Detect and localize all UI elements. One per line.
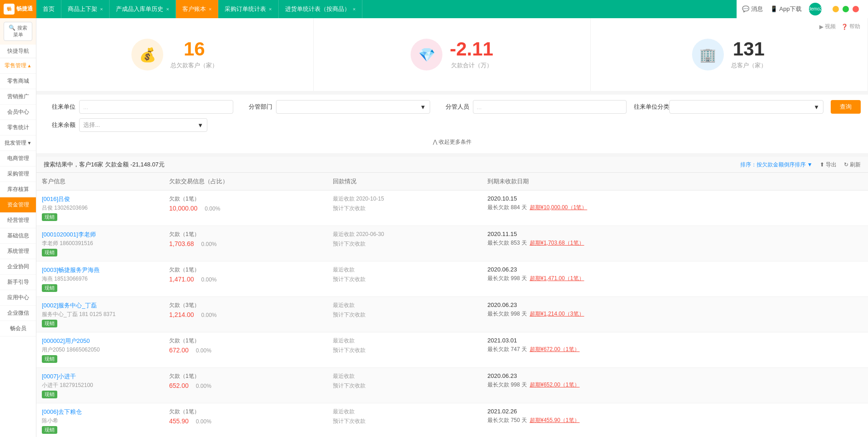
tab-purchase-stats[interactable]: 采购订单统计表 × (218, 0, 278, 18)
debt-amount[interactable]: 1,214.00 (169, 311, 194, 318)
overdue-amount-link[interactable]: 超期¥455.90（1笔） (530, 417, 580, 424)
sidebar-item-members[interactable]: 会员中心 (0, 105, 36, 120)
debt-pct: 0.00% (201, 276, 217, 283)
sidebar-item-enterprise[interactable]: 企业协同 (0, 259, 36, 275)
view-video-btn[interactable]: ▶ 视频 (819, 23, 836, 30)
close-tab-customer[interactable]: × (209, 6, 211, 12)
overdue-amount-link[interactable]: 超期¥672.00（1笔） (530, 346, 580, 353)
debt-count: 欠款（1笔） (169, 266, 322, 274)
refresh-btn[interactable]: ↻ 刷新 (844, 161, 861, 169)
customer-contact: 海燕 18513066976 (42, 275, 158, 283)
sort-chevron-icon: ▼ (807, 161, 813, 168)
debt-amount-value: -2.11 (450, 40, 493, 59)
next-collection: 预计下次收款 (333, 382, 477, 390)
window-min-btn[interactable] (833, 6, 839, 12)
tab-customer-account[interactable]: 客户账本 × (176, 0, 218, 18)
search-button[interactable]: 查询 (831, 100, 861, 114)
help-btn[interactable]: ❓ 帮助 (841, 23, 860, 30)
customer-id[interactable]: [0003]畅捷服务尹海燕 (42, 266, 158, 274)
debt-pct: 0.00% (201, 241, 217, 247)
results-summary: 搜索结果中，客户16家 欠款金额 -21,148.07元 (44, 161, 165, 169)
debt-amount[interactable]: 1,471.00 (169, 276, 194, 283)
overdue-amount-link[interactable]: 超期¥1,471.00（1笔） (530, 275, 584, 282)
debt-amount[interactable]: 652.00 (169, 382, 189, 389)
debt-amount[interactable]: 10,000.00 (169, 205, 197, 212)
sidebar-item-retail-mgmt[interactable]: 零售管理 ▲ (0, 58, 36, 74)
debt-pct: 0.00% (205, 206, 220, 212)
customer-badge: 现销 (42, 213, 57, 221)
chevron-down-icon: ▲ (27, 63, 32, 68)
overdue-days: 最长欠款 747 天 (487, 346, 527, 353)
sidebar-item-beginner[interactable]: 新手引导 (0, 275, 36, 290)
person-input[interactable]: ... (473, 100, 627, 114)
overdue-days: 最长欠款 998 天 (487, 275, 527, 282)
debt-amount[interactable]: 455.90 (169, 417, 189, 425)
sort-selector[interactable]: 排序：按欠款金额倒序排序 ▼ (740, 161, 813, 169)
overdue-amount-link[interactable]: 超期¥1,703.68（1笔） (530, 239, 584, 247)
customer-badge: 现销 (42, 355, 57, 363)
sidebar-item-retail-store[interactable]: 零售商城 (0, 74, 36, 89)
sidebar-item-basic-info[interactable]: 基础信息 (0, 228, 36, 244)
sidebar-item-operations[interactable]: 经营管理 (0, 213, 36, 228)
sidebar-item-wholesale-mgmt[interactable]: 批发管理 ▼ (0, 136, 36, 151)
customer-badge: 现销 (42, 391, 57, 398)
message-btn[interactable]: 💬 消息 (742, 5, 763, 13)
debt-amount[interactable]: 1,703.68 (169, 240, 194, 247)
tab-products[interactable]: 商品上下架 × (61, 0, 110, 18)
last-collection: 最近收款 (333, 266, 477, 274)
sidebar-item-retail-stats[interactable]: 零售统计 (0, 120, 36, 136)
col-debt-info: 欠款交易信息（占比） (164, 173, 327, 191)
window-max-btn[interactable] (843, 6, 849, 12)
customer-id[interactable]: [0002]服务中心_丁磊 (42, 301, 158, 310)
sidebar-item-ecommerce[interactable]: 电商管理 (0, 151, 36, 166)
tab-goods-stats[interactable]: 进货单统计表（按商品） × (279, 0, 362, 18)
from-unit-input[interactable]: ... (79, 100, 233, 114)
next-collection: 预计下次收款 (333, 240, 477, 248)
customer-id[interactable]: [0007]小进干 (42, 372, 158, 381)
due-date: 2021.02.26 (487, 408, 863, 415)
total-debt-customers-label: 总欠款客户（家） (171, 61, 218, 70)
debt-count: 欠款（1笔） (169, 372, 322, 380)
debt-count: 欠款（3笔） (169, 301, 322, 309)
overdue-amount-link[interactable]: 超期¥652.00（1笔） (530, 381, 580, 389)
close-tab-purchase[interactable]: × (269, 6, 271, 12)
search-icon: 🔍 (9, 25, 15, 31)
unit-category-chevron-icon: ▼ (813, 104, 819, 111)
balance-select[interactable]: 选择... ▼ (79, 118, 207, 132)
sidebar-item-marketing[interactable]: 营销推广 (0, 89, 36, 105)
tab-inventory[interactable]: 产成品入库单历史 × (110, 0, 176, 18)
sidebar-item-inventory[interactable]: 库存核算 (0, 182, 36, 197)
close-tab-inventory[interactable]: × (166, 6, 169, 12)
unit-category-select[interactable]: ▼ (669, 100, 823, 114)
table-row: [0006]去下粮仓 陈小希 现销 欠款（1笔） 455.90 0.00% 最近… (36, 403, 868, 437)
table-row: [000002]用户2050 用户2050 18665062050 现销 欠款（… (36, 332, 868, 368)
sidebar-item-apps[interactable]: 应用中心 (0, 290, 36, 306)
tab-home[interactable]: 首页 (36, 0, 61, 18)
next-collection: 预计下次收款 (333, 311, 477, 319)
collapse-btn[interactable]: ⋀ 收起更多条件 (44, 136, 861, 148)
export-btn[interactable]: ⬆ 导出 (820, 161, 837, 169)
overdue-amount-link[interactable]: 超期¥10,000.00（1笔） (530, 204, 587, 211)
customer-id[interactable]: [0001020001]李老师 (42, 231, 158, 239)
sidebar-item-wechat[interactable]: 企业微信 (0, 306, 36, 321)
debt-amount[interactable]: 672.00 (169, 347, 189, 354)
customer-badge: 现销 (42, 249, 57, 256)
close-tab-products[interactable]: × (100, 6, 103, 12)
person-label: 分管人员 (437, 103, 469, 111)
sidebar-item-vip[interactable]: 畅会员 (0, 321, 36, 337)
customer-id[interactable]: [0006]去下粮仓 (42, 408, 158, 416)
overdue-amount-link[interactable]: 超期¥1,214.00（3笔） (530, 310, 584, 318)
sidebar-item-purchase[interactable]: 采购管理 (0, 166, 36, 182)
sidebar-item-system[interactable]: 系统管理 (0, 244, 36, 259)
debt-amount-label: 欠款合计（万） (450, 61, 493, 70)
stat-icon-total: 🏢 (692, 39, 724, 70)
search-menu-btn[interactable]: 🔍 搜索菜单 (0, 18, 36, 45)
app-download-btn[interactable]: 📱 App下载 (770, 5, 802, 13)
sidebar-item-finance[interactable]: 资金管理 (0, 197, 36, 213)
close-tab-goods[interactable]: × (353, 6, 356, 12)
dept-select[interactable]: ▼ (276, 100, 430, 114)
customer-id[interactable]: [0016]吕俊 (42, 195, 158, 203)
user-avatar[interactable]: demo2 (809, 3, 822, 15)
window-close-btn[interactable] (853, 6, 859, 12)
customer-id[interactable]: [000002]用户2050 (42, 337, 158, 345)
